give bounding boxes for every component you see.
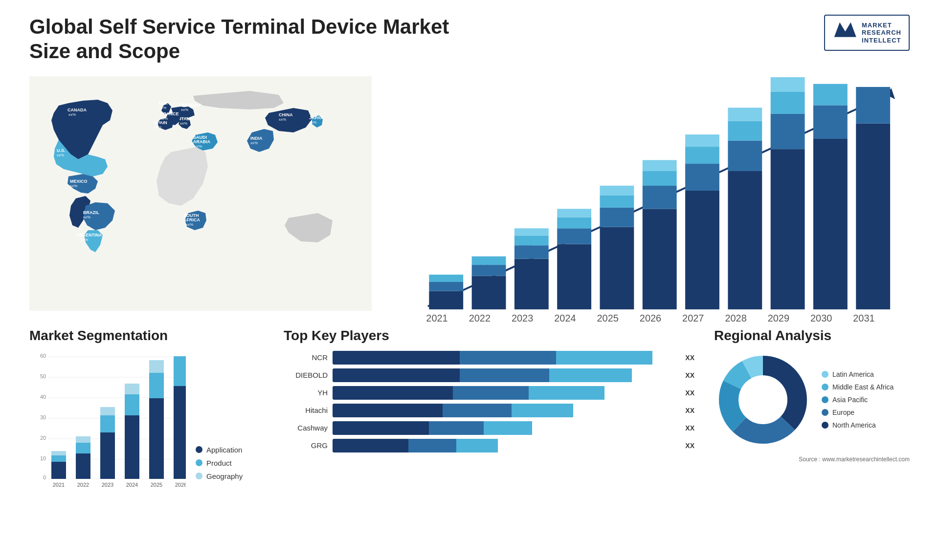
svg-text:0: 0 (43, 474, 46, 480)
svg-rect-59 (557, 217, 591, 228)
svg-text:ITALY: ITALY (180, 116, 192, 121)
legend-label-product: Product (206, 459, 232, 467)
svg-rect-124 (149, 373, 164, 398)
seg-chart-svg: 60 50 40 30 20 10 0 (29, 351, 186, 493)
player-row-yh: YH XX (284, 386, 694, 400)
svg-rect-74 (728, 140, 762, 171)
svg-text:20: 20 (40, 435, 46, 441)
svg-rect-75 (728, 121, 762, 141)
dot-asia-pacific (822, 396, 828, 403)
svg-text:xx%: xx% (180, 121, 187, 126)
svg-rect-65 (643, 209, 677, 309)
svg-rect-117 (100, 432, 115, 479)
player-value-grg: XX (685, 442, 694, 450)
player-name-hitachi: Hitachi (284, 406, 328, 414)
svg-rect-50 (472, 276, 506, 309)
legend-dot-product (196, 459, 202, 466)
legend-asia-pacific: Asia Pacific (822, 396, 894, 404)
svg-rect-84 (856, 124, 890, 309)
svg-rect-81 (813, 139, 848, 309)
svg-text:xx%: xx% (250, 141, 258, 145)
svg-text:2028: 2028 (725, 313, 746, 323)
svg-text:ARABIA: ARABIA (193, 139, 210, 144)
svg-text:CANADA: CANADA (67, 108, 87, 112)
svg-text:2021: 2021 (426, 313, 447, 323)
player-bar-grg (333, 439, 676, 452)
svg-rect-49 (429, 275, 463, 282)
regional-legend: Latin America Middle East & Africa Asia … (822, 370, 894, 429)
legend-north-america: North America (822, 421, 894, 429)
world-map-svg: CANADA xx% U.S. xx% MEXICO xx% BRAZIL xx… (29, 74, 372, 313)
svg-text:xx%: xx% (159, 106, 166, 110)
svg-rect-80 (771, 77, 805, 92)
svg-text:MEXICO: MEXICO (70, 179, 88, 184)
player-bar-hitachi (333, 404, 676, 417)
svg-text:FRANCE: FRANCE (160, 111, 179, 116)
player-bar-cashway (333, 421, 676, 435)
svg-rect-83 (813, 84, 848, 105)
svg-text:xx%: xx% (309, 120, 316, 125)
logo-icon (832, 21, 857, 45)
seg-chart-area: 60 50 40 30 20 10 0 (29, 351, 264, 493)
donut-chart (714, 351, 812, 449)
svg-rect-48 (429, 282, 463, 291)
svg-text:2022: 2022 (77, 482, 89, 488)
svg-text:30: 30 (40, 414, 46, 420)
svg-rect-125 (149, 360, 164, 373)
label-europe: Europe (832, 409, 854, 416)
player-row-cashway: Cashway XX (284, 421, 694, 435)
svg-text:2024: 2024 (126, 482, 138, 488)
svg-rect-56 (514, 228, 549, 236)
svg-text:xx%: xx% (57, 153, 64, 157)
svg-rect-57 (557, 244, 591, 309)
player-value-hitachi: XX (685, 407, 694, 414)
svg-text:2026: 2026 (175, 482, 186, 488)
svg-text:xx%: xx% (279, 117, 286, 122)
svg-text:2024: 2024 (554, 313, 576, 323)
dot-latin-america (822, 371, 828, 378)
svg-text:2023: 2023 (512, 313, 533, 323)
svg-text:xx%: xx% (81, 237, 88, 242)
legend-product: Product (196, 459, 243, 467)
svg-text:xx%: xx% (195, 144, 202, 149)
svg-rect-119 (100, 407, 115, 415)
svg-rect-63 (600, 195, 634, 208)
svg-text:U.S.: U.S. (57, 148, 66, 153)
svg-text:10: 10 (40, 455, 46, 461)
svg-rect-73 (728, 171, 762, 309)
label-middle-east: Middle East & Africa (832, 383, 894, 391)
page-container: Global Self Service Terminal Device Mark… (0, 0, 939, 560)
player-name-cashway: Cashway (284, 424, 328, 432)
segmentation-container: Market Segmentation 60 50 40 30 20 10 0 (29, 328, 264, 493)
svg-rect-82 (813, 105, 848, 139)
legend-application: Application (196, 446, 243, 454)
header: Global Self Service Terminal Device Mark… (29, 15, 910, 64)
regional-container: Regional Analysis (714, 328, 910, 493)
legend-dot-application (196, 446, 202, 453)
svg-rect-66 (643, 186, 677, 209)
svg-text:CHINA: CHINA (279, 112, 293, 117)
bar-chart-svg: XX XX XX XX XX XX XX XX XX XX XX (391, 74, 910, 338)
svg-text:2021: 2021 (53, 482, 65, 488)
svg-rect-64 (600, 186, 634, 195)
logo: MARKET RESEARCH INTELLECT (824, 15, 910, 51)
svg-rect-112 (51, 455, 66, 462)
svg-text:ARGENTINA: ARGENTINA (76, 233, 102, 237)
players-container: Top Key Players NCR XX DIEBOLD (284, 328, 694, 493)
svg-text:2025: 2025 (151, 482, 162, 488)
svg-text:xx%: xx% (83, 215, 90, 219)
svg-text:2022: 2022 (469, 313, 491, 323)
legend-dot-geography (196, 473, 202, 479)
svg-rect-120 (125, 415, 139, 479)
dot-middle-east (822, 384, 828, 390)
dot-europe (822, 409, 828, 416)
world-map-container: CANADA xx% U.S. xx% MEXICO xx% BRAZIL xx… (29, 74, 372, 313)
svg-rect-115 (76, 443, 90, 453)
player-value-diebold: XX (685, 371, 694, 379)
svg-rect-85 (856, 87, 890, 124)
players-list: NCR XX DIEBOLD XX (284, 351, 694, 452)
svg-rect-55 (514, 236, 549, 245)
svg-rect-116 (76, 436, 90, 443)
legend-europe: Europe (822, 409, 894, 416)
svg-text:xx%: xx% (68, 112, 76, 117)
